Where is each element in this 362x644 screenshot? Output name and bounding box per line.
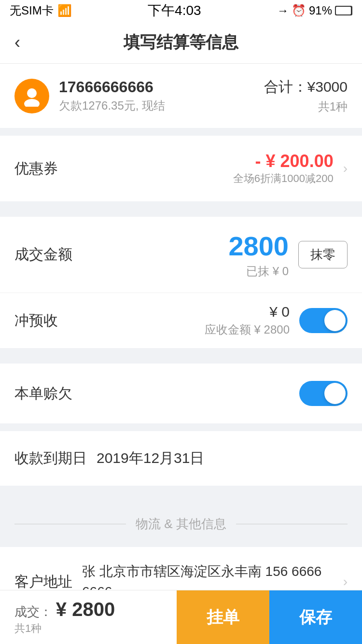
deal-sub-label: 已抹 ¥ 0 [228,264,289,279]
round-button[interactable]: 抹零 [298,241,348,268]
divider-label-row: 物流 & 其他信息 [0,511,362,537]
divider-line-left [14,524,126,524]
chevron-right-address-icon: › [343,574,348,589]
status-left: 无SIM卡 📶 [10,3,72,18]
alarm-icon: ⏰ [292,4,306,17]
battery-percent: 91% [309,4,332,17]
precharge-right: ¥ 0 应收金额 ¥ 2800 [205,304,348,337]
gray-spacer-3 [0,493,362,501]
duedate-row: 收款到期日 2019年12月31日 [0,431,362,486]
location-icon: → [277,4,289,17]
sim-status: 无SIM卡 [10,3,54,18]
gray-spacer-1 [0,209,362,217]
hold-button[interactable]: 挂单 [177,590,269,644]
customer-left: 17666666666 欠款1276.35元, 现结 [14,78,165,113]
bottom-bar: 成交： ¥ 2800 共1种 挂单 保存 [0,590,362,644]
wifi-icon: 📶 [57,4,72,17]
debt-label: 本单赊欠 [14,384,72,404]
coupon-desc: 全场6折满1000减200 [233,171,334,186]
address-label: 客户地址 [14,572,72,592]
main-content: 17666666666 欠款1276.35元, 现结 合计：¥3000 共1种 … [0,64,362,644]
gray-spacer-2 [0,356,362,364]
precharge-toggle[interactable] [299,308,348,333]
status-time: 下午4:03 [148,1,201,20]
chevron-right-icon: › [343,161,348,176]
debt-row: 本单赊欠 [0,364,362,423]
coupon-value-col: - ¥ 200.00 全场6折满1000减200 [233,151,334,186]
deal-amount-value: 2800 [228,230,289,262]
amount-section: 成交金额 2800 已抹 ¥ 0 抹零 冲预收 ¥ 0 应收金额 ¥ 2800 [0,217,362,348]
deal-amount-row: 成交金额 2800 已抹 ¥ 0 抹零 [0,217,362,293]
debt-toggle[interactable] [299,381,348,406]
bottom-deal-label: 成交： [14,604,52,619]
avatar-icon [21,85,42,107]
page-title: 填写结算等信息 [124,31,238,54]
duedate-value: 2019年12月31日 [97,448,204,468]
debt-section: 本单赊欠 [0,364,362,423]
coupon-row[interactable]: 优惠券 - ¥ 200.00 全场6折满1000减200 › [0,136,362,201]
deal-label: 成交金额 [14,245,72,265]
deal-value-col: 2800 已抹 ¥ 0 [228,230,289,279]
precharge-main-value: ¥ 0 [205,304,290,320]
precharge-label: 冲预收 [14,311,58,331]
status-bar: 无SIM卡 📶 下午4:03 → ⏰ 91% [0,0,362,21]
divider-section: 物流 & 其他信息 [0,501,362,547]
avatar [14,79,49,113]
divider-line-right [236,524,348,524]
save-button[interactable]: 保存 [269,590,362,644]
debt-toggle-knob [324,383,346,404]
bottom-deal-amount: ¥ 2800 [56,599,115,620]
total-amount: 合计：¥3000 [264,77,348,97]
customer-info: 17666666666 欠款1276.35元, 现结 [59,78,165,113]
coupon-right: - ¥ 200.00 全场6折满1000减200 › [233,151,348,186]
precharge-row: 冲预收 ¥ 0 应收金额 ¥ 2800 [0,293,362,348]
coupon-label: 优惠券 [14,159,58,179]
total-count: 共1种 [264,99,348,114]
duedate-label: 收款到期日 [14,448,87,468]
precharge-values: ¥ 0 应收金额 ¥ 2800 [205,304,290,337]
coupon-section: 优惠券 - ¥ 200.00 全场6折满1000减200 › [0,136,362,201]
precharge-sub-value: 应收金额 ¥ 2800 [205,322,290,337]
back-button[interactable]: ‹ [14,32,20,53]
bottom-info: 成交： ¥ 2800 共1种 [0,599,177,636]
bottom-deal-count: 共1种 [14,621,162,636]
customer-phone: 17666666666 [59,78,165,96]
coupon-value: - ¥ 200.00 [233,151,334,171]
divider-text: 物流 & 其他信息 [136,516,226,532]
customer-right: 合计：¥3000 共1种 [264,77,348,114]
toggle-knob [324,310,346,331]
customer-card: 17666666666 欠款1276.35元, 现结 合计：¥3000 共1种 [0,64,362,128]
svg-point-0 [27,88,37,98]
status-right: → ⏰ 91% [277,4,352,17]
battery-icon [335,6,352,15]
duedate-section: 收款到期日 2019年12月31日 [0,431,362,486]
customer-desc: 欠款1276.35元, 现结 [59,98,165,113]
svg-point-1 [24,99,40,107]
bottom-deal-row: 成交： ¥ 2800 [14,599,162,620]
deal-right-group: 2800 已抹 ¥ 0 抹零 [228,230,348,279]
nav-bar: ‹ 填写结算等信息 [0,21,362,64]
